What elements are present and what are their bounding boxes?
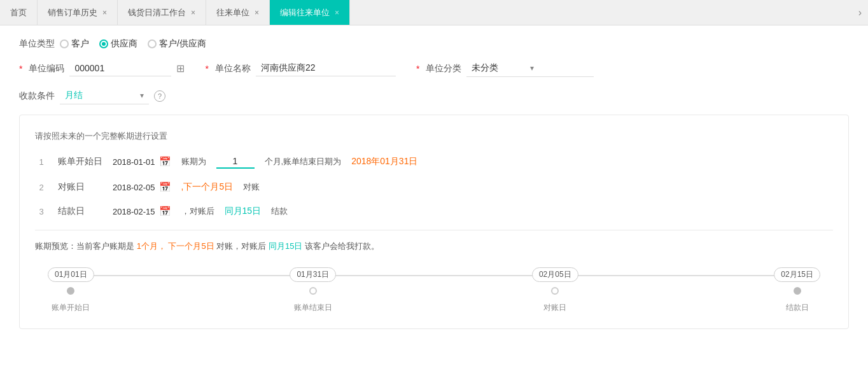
timeline-point-3: 02月15日 结款日 [774, 267, 820, 313]
radio-both[interactable]: 客户/供应商 [148, 38, 206, 50]
timeline-label-0: 账单开始日 [52, 302, 90, 313]
step-1-calendar-icon[interactable]: 📅 [159, 156, 171, 167]
preview-p3: 对账，对账后 [216, 241, 266, 251]
payment-condition-dropdown[interactable]: 月结 ▾ [60, 87, 149, 104]
timeline-badge-1: 01月31日 [290, 267, 336, 282]
step-3-calendar-icon[interactable]: 📅 [159, 206, 171, 217]
tab-bar: 首页 销售订单历史 × 钱货日清工作台 × 往来单位 × 编辑往来单位 × › [0, 0, 868, 25]
radio-both-label: 客户/供应商 [159, 38, 206, 50]
radio-both-circle [148, 39, 157, 48]
step-2-num: 2 [35, 183, 48, 192]
unit-code-group: * 单位编码 ⊞ [19, 60, 185, 76]
radio-customer-label: 客户 [71, 38, 89, 50]
step-3-desc-teal: 同月15日 [225, 206, 262, 217]
radio-customer[interactable]: 客户 [60, 38, 89, 50]
step-2-desc-orange: ,下一个月5日 [181, 181, 234, 193]
step-3-date: 2018-02-15 [113, 207, 155, 216]
timeline-label-3: 结款日 [786, 302, 809, 313]
timeline-dot-1 [309, 287, 317, 295]
tab-partner-label: 往来单位 [216, 7, 249, 18]
timeline-badge-0: 01月01日 [48, 267, 94, 282]
tab-edit-partner[interactable]: 编辑往来单位 × [270, 0, 350, 25]
unit-code-required: * [19, 64, 22, 74]
step-1-desc-suffix: 个月,账单结束日期为 [265, 156, 342, 167]
unit-code-input[interactable] [69, 60, 171, 76]
unit-category-arrow-icon: ▾ [530, 64, 589, 73]
radio-group: 客户 供应商 客户/供应商 [60, 38, 206, 50]
step-3-desc-end: 结款 [271, 206, 288, 217]
step-1-desc-prefix: 账期为 [181, 156, 206, 167]
unit-name-group: * 单位名称 [205, 60, 395, 76]
timeline-label-1: 账单结束日 [294, 302, 332, 313]
preview-p1: 1个月， [137, 241, 166, 251]
unit-name-input[interactable] [256, 60, 396, 76]
preview-p2: 下一个月5日 [168, 241, 214, 251]
step-1-date: 2018-01-01 [113, 157, 155, 167]
unit-type-group: 单位类型 客户 供应商 客户/供应商 [19, 38, 206, 50]
unit-type-row: 单位类型 客户 供应商 客户/供应商 [19, 38, 849, 50]
timeline: 01月01日 账单开始日 01月31日 账单结束日 02月05日 对账 [35, 267, 833, 313]
step-2-date: 2018-02-05 [113, 183, 155, 192]
payment-condition-help-icon[interactable]: ? [154, 90, 165, 102]
settings-panel: 请按照未来的一个完整帐期进行设置 1 账单开始日 2018-01-01 📅 账期… [19, 115, 849, 329]
tab-cash-work[interactable]: 钱货日清工作台 × [118, 0, 206, 25]
step-2-calendar-icon[interactable]: 📅 [159, 181, 171, 193]
unit-code-label: 单位编码 [29, 63, 64, 74]
step-3-date-field: 2018-02-15 📅 [113, 206, 171, 217]
timeline-point-0: 01月01日 账单开始日 [48, 267, 94, 313]
tab-edit-partner-label: 编辑往来单位 [280, 7, 330, 18]
unit-type-label: 单位类型 [19, 38, 55, 50]
timeline-spacer-3 [578, 267, 774, 313]
tab-cash-work-label: 钱货日清工作台 [128, 7, 186, 18]
timeline-dot-0 [67, 287, 74, 295]
preview-label: 账期预览：当前客户账期是 [35, 241, 134, 251]
timeline-point-1: 01月31日 账单结束日 [290, 267, 336, 313]
preview-text: 账期预览：当前客户账期是 1个月， 下一个月5日 对账，对账后 同月15日 该客… [35, 241, 833, 252]
step-1-num: 1 [35, 157, 48, 167]
unit-name-required: * [205, 64, 208, 74]
timeline-point-2: 02月05日 对账日 [532, 267, 578, 313]
timeline-badge-2: 02月05日 [532, 267, 578, 282]
step-2-row: 2 对账日 2018-02-05 📅 ,下一个月5日 对账 [35, 181, 833, 193]
step-2-label: 对账日 [58, 181, 102, 193]
step-1-label: 账单开始日 [58, 156, 102, 167]
tab-partner-close[interactable]: × [255, 8, 259, 17]
tab-scroll-right[interactable]: › [852, 7, 868, 18]
tab-sales-history-label: 销售订单历史 [48, 7, 97, 18]
tab-cash-work-close[interactable]: × [191, 8, 195, 17]
tab-home[interactable]: 首页 [0, 0, 38, 25]
timeline-points: 01月01日 账单开始日 01月31日 账单结束日 02月05日 对账 [48, 267, 820, 313]
step-2-desc-plain: 对账 [243, 181, 260, 193]
tab-partner[interactable]: 往来单位 × [206, 0, 270, 25]
step-1-date-field: 2018-01-01 📅 [113, 156, 171, 167]
step-3-desc-plain: ，对账后 [181, 206, 214, 217]
timeline-dot-2 [551, 287, 559, 295]
payment-condition-chevron-icon: ▾ [140, 91, 144, 100]
radio-supplier[interactable]: 供应商 [99, 38, 137, 50]
unit-category-group: * 单位分类 未分类 ▾ [416, 60, 594, 77]
unit-category-required: * [416, 64, 419, 74]
timeline-dot-3 [794, 287, 801, 295]
step-1-months-input[interactable] [216, 155, 255, 169]
radio-supplier-label: 供应商 [111, 38, 137, 50]
unit-category-select[interactable]: 未分类 ▾ [466, 60, 594, 77]
payment-condition-group: 收款条件 月结 ▾ ? [19, 87, 165, 104]
step-3-row: 3 结款日 2018-02-15 📅 ，对账后 同月15日 结款 [35, 206, 833, 217]
unit-code-copy-icon[interactable]: ⊞ [176, 62, 185, 74]
unit-name-label: 单位名称 [215, 63, 251, 74]
timeline-spacer-1 [94, 267, 290, 313]
tab-edit-partner-close[interactable]: × [335, 8, 339, 17]
step-1-row: 1 账单开始日 2018-01-01 📅 账期为 个月,账单结束日期为 2018… [35, 155, 833, 169]
preview-p4: 同月15日 [269, 241, 302, 251]
step-2-date-field: 2018-02-05 📅 [113, 181, 171, 193]
timeline-label-2: 对账日 [543, 302, 566, 313]
panel-hint: 请按照未来的一个完整帐期进行设置 [35, 130, 833, 142]
tab-sales-history-close[interactable]: × [102, 8, 107, 17]
timeline-spacer-2 [336, 267, 532, 313]
payment-condition-value: 月结 [65, 90, 83, 101]
step-1-end-date: 2018年01月31日 [351, 156, 417, 167]
step-3-num: 3 [35, 207, 48, 216]
payment-condition-label: 收款条件 [19, 90, 55, 102]
payment-condition-row: 收款条件 月结 ▾ ? [19, 87, 849, 104]
tab-sales-history[interactable]: 销售订单历史 × [38, 0, 118, 25]
